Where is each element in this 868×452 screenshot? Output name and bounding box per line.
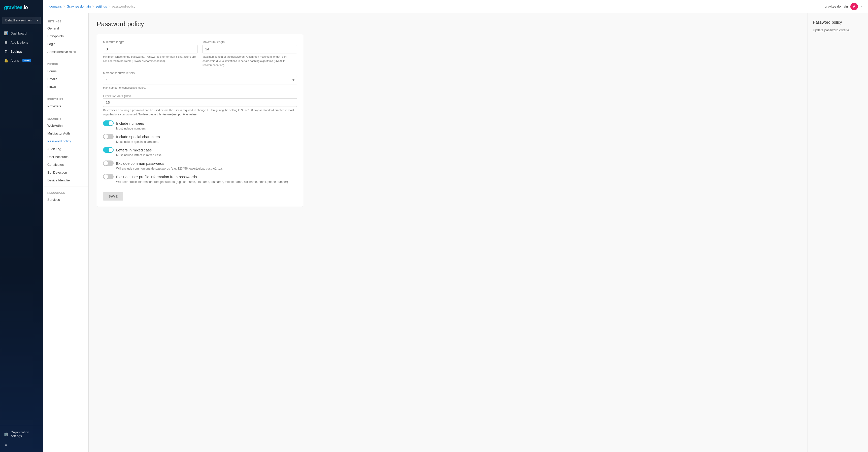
sidebar-item-dashboard[interactable]: 📊 Dashboard bbox=[0, 29, 43, 38]
nav-entrypoints[interactable]: Entrypoints bbox=[43, 32, 88, 40]
toggle-exclude-common-row: Exclude common passwords bbox=[103, 160, 297, 166]
max-consecutive-group: Max consecutive letters 1234 5678 ▾ Max … bbox=[103, 71, 297, 90]
exclude-common-hint: Will exclude common unsafe passwords (e.… bbox=[103, 167, 297, 170]
length-row: Minimum length Minimum length of the pas… bbox=[103, 40, 297, 67]
sidebar-item-label: Alerts bbox=[10, 59, 19, 62]
breadcrumb-current: password-policy bbox=[112, 4, 135, 8]
max-consecutive-select-wrapper: 1234 5678 ▾ bbox=[103, 76, 297, 84]
topbar-username: gravitee domain bbox=[825, 4, 848, 8]
environment-selector[interactable]: Default environment ▾ bbox=[2, 17, 41, 24]
sidebar-item-label: Settings bbox=[10, 50, 23, 53]
breadcrumb-sep3: > bbox=[108, 4, 111, 8]
exclude-profile-label: Exclude user profile information from pa… bbox=[116, 175, 197, 179]
nav-device-identifier[interactable]: Device Identifier bbox=[43, 176, 88, 184]
sidebar-item-label: Dashboard bbox=[10, 31, 27, 35]
mixed-case-hint: Must include letters in mixed case. bbox=[103, 153, 297, 157]
save-button[interactable]: SAVE bbox=[103, 192, 123, 201]
max-consecutive-hint: Max number of consecutive letters. bbox=[103, 86, 297, 90]
section-title-identities: IDENTITIES bbox=[43, 95, 88, 102]
topbar-right: gravitee domain A ▾ bbox=[825, 3, 862, 10]
breadcrumb-domain[interactable]: Gravitee domain bbox=[67, 4, 91, 8]
nav-password-policy[interactable]: Password policy bbox=[43, 137, 88, 145]
max-length-hint: Maximum length of the passwords. A commo… bbox=[203, 55, 297, 67]
expiration-input[interactable] bbox=[103, 98, 297, 107]
min-length-label: Minimum length bbox=[103, 40, 197, 44]
breadcrumb-sep2: > bbox=[92, 4, 94, 8]
sidebar-item-label: Organization settings bbox=[10, 430, 39, 438]
nav-emails[interactable]: Emails bbox=[43, 75, 88, 83]
chevron-down-icon: ▾ bbox=[37, 19, 38, 22]
settings-icon: ⚙ bbox=[4, 50, 8, 53]
settings-nav: SETTINGS General Entrypoints Login Admin… bbox=[43, 13, 89, 452]
toggle-exclude-common: Exclude common passwords Will exclude co… bbox=[103, 160, 297, 170]
sidebar-item-alerts[interactable]: 🔔 Alerts BETA bbox=[0, 56, 43, 65]
nav-general[interactable]: General bbox=[43, 25, 88, 32]
nav-mfa[interactable]: Multifactor Auth bbox=[43, 129, 88, 137]
exclude-common-label: Exclude common passwords bbox=[116, 161, 164, 165]
logo: gravitee.io bbox=[4, 4, 39, 10]
nav-webauthn[interactable]: WebAuthn bbox=[43, 122, 88, 129]
page-content: Password policy Minimum length Minimum l… bbox=[89, 13, 808, 452]
main: domains > Gravitee domain > settings > p… bbox=[43, 0, 868, 452]
page-title: Password policy bbox=[97, 20, 800, 28]
sidebar-logo: gravitee.io bbox=[0, 0, 43, 14]
expiration-hint: Determines how long a password can be us… bbox=[103, 108, 297, 116]
nav-providers[interactable]: Providers bbox=[43, 102, 88, 110]
mixed-case-label: Letters in mixed case bbox=[116, 148, 152, 152]
max-consecutive-select[interactable]: 1234 5678 bbox=[103, 76, 297, 84]
nav-user-accounts[interactable]: User Accounts bbox=[43, 153, 88, 161]
exclude-common-toggle[interactable] bbox=[103, 160, 114, 166]
sidebar-item-applications[interactable]: ⊞ Applications bbox=[0, 38, 43, 47]
section-title-design: DESIGN bbox=[43, 60, 88, 67]
topbar: domains > Gravitee domain > settings > p… bbox=[43, 0, 868, 13]
toggle-include-special: Include special characters Must include … bbox=[103, 134, 297, 144]
org-settings-icon: 🏢 bbox=[4, 432, 8, 436]
expiration-group: Expiration date (days) Determines how lo… bbox=[103, 94, 297, 116]
environment-label: Default environment bbox=[5, 19, 32, 22]
avatar: A bbox=[850, 3, 858, 10]
include-numbers-toggle[interactable] bbox=[103, 120, 114, 126]
section-title-security: SECURITY bbox=[43, 114, 88, 122]
toggle-include-numbers-row: Include numbers bbox=[103, 120, 297, 126]
sidebar-item-label: Applications bbox=[10, 40, 28, 44]
include-numbers-hint: Must include numbers. bbox=[103, 127, 297, 130]
breadcrumb-sep1: > bbox=[63, 4, 65, 8]
nav-audit-log[interactable]: Audit Log bbox=[43, 145, 88, 153]
mixed-case-toggle[interactable] bbox=[103, 147, 114, 153]
user-chevron-icon[interactable]: ▾ bbox=[861, 5, 862, 8]
right-panel: Password policy Update password criteria… bbox=[808, 13, 868, 452]
nav-login[interactable]: Login bbox=[43, 40, 88, 48]
exclude-profile-toggle[interactable] bbox=[103, 174, 114, 179]
include-numbers-label: Include numbers bbox=[116, 121, 144, 125]
right-panel-description: Update password criteria. bbox=[813, 28, 863, 33]
include-special-toggle[interactable] bbox=[103, 134, 114, 139]
nav-divider bbox=[43, 186, 88, 186]
min-length-input[interactable] bbox=[103, 45, 197, 53]
nav-forms[interactable]: Forms bbox=[43, 67, 88, 75]
max-length-label: Maximum length bbox=[203, 40, 297, 44]
nav-services[interactable]: Services bbox=[43, 196, 88, 204]
nav-admin-roles[interactable]: Administrative roles bbox=[43, 48, 88, 56]
dashboard-icon: 📊 bbox=[4, 31, 8, 35]
nav-certificates[interactable]: Certificates bbox=[43, 161, 88, 169]
sidebar-item-menu[interactable]: ≡ bbox=[0, 441, 43, 450]
menu-icon: ≡ bbox=[4, 443, 8, 447]
nav-divider bbox=[43, 93, 88, 93]
nav-flows[interactable]: Flows bbox=[43, 83, 88, 91]
breadcrumb-domains[interactable]: domains bbox=[50, 4, 62, 8]
beta-badge: BETA bbox=[23, 59, 31, 62]
breadcrumb-settings[interactable]: settings bbox=[96, 4, 107, 8]
sidebar-bottom: 🏢 Organization settings ≡ bbox=[0, 425, 43, 452]
min-length-group: Minimum length Minimum length of the pas… bbox=[103, 40, 197, 67]
max-length-input[interactable] bbox=[203, 45, 297, 53]
sidebar-item-settings[interactable]: ⚙ Settings bbox=[0, 47, 43, 56]
toggle-include-numbers: Include numbers Must include numbers. bbox=[103, 120, 297, 130]
form-card: Minimum length Minimum length of the pas… bbox=[97, 34, 303, 207]
toggle-exclude-profile: Exclude user profile information from pa… bbox=[103, 174, 297, 184]
include-special-hint: Must include special characters. bbox=[103, 140, 297, 144]
toggle-mixed-case: Letters in mixed case Must include lette… bbox=[103, 147, 297, 157]
nav-bot-detection[interactable]: Bot Detection bbox=[43, 169, 88, 176]
expiration-label: Expiration date (days) bbox=[103, 94, 132, 98]
toggle-exclude-profile-row: Exclude user profile information from pa… bbox=[103, 174, 297, 179]
sidebar-item-org-settings[interactable]: 🏢 Organization settings bbox=[0, 428, 43, 441]
